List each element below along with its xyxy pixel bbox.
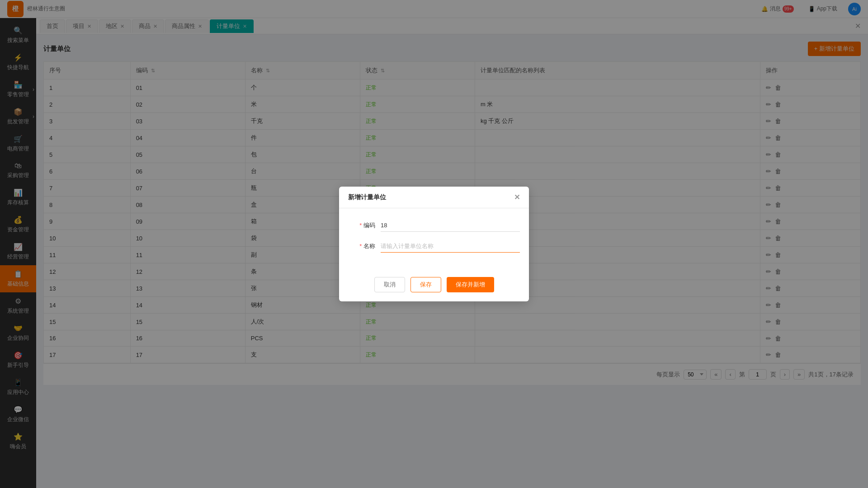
add-unit-modal: 新增计量单位 ✕ 编码 名称 取消 保存 保存并新增: [339, 187, 529, 301]
modal-footer: 取消 保存 保存并新增: [339, 272, 529, 301]
modal-overlay[interactable]: 新增计量单位 ✕ 编码 名称 取消 保存 保存并新增: [0, 0, 868, 488]
modal-title: 新增计量单位: [348, 193, 386, 202]
save-button[interactable]: 保存: [410, 277, 441, 292]
save-and-new-button[interactable]: 保存并新增: [447, 277, 494, 292]
modal-header: 新增计量单位 ✕: [339, 187, 529, 208]
name-input[interactable]: [381, 240, 520, 253]
code-input[interactable]: [381, 219, 520, 232]
form-item-name: 名称: [348, 240, 520, 253]
form-item-code: 编码: [348, 219, 520, 232]
cancel-button[interactable]: 取消: [374, 277, 405, 292]
name-label: 名称: [348, 242, 375, 250]
code-label: 编码: [348, 221, 375, 230]
modal-body: 编码 名称: [339, 208, 529, 272]
modal-close-button[interactable]: ✕: [514, 193, 520, 202]
